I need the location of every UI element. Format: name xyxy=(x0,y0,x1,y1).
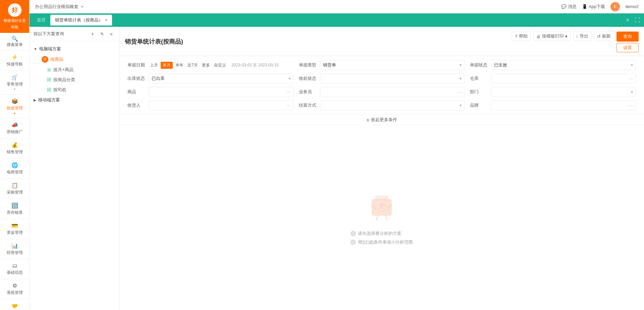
sidebar-search[interactable]: 🔍 搜索菜单 xyxy=(0,33,29,51)
warehouse-out-control[interactable]: 已出库 ▾ xyxy=(149,73,293,84)
warehouse-out-chevron[interactable]: ▾ xyxy=(288,76,290,81)
date-shortcut-last-month[interactable]: 上月 xyxy=(149,62,159,69)
warehouse-control[interactable]: ··· xyxy=(491,73,636,84)
sidebar-item-shortcut[interactable]: ⚡ 快捷导航 xyxy=(0,51,29,71)
sidebar-item-wholesale[interactable]: 📦 批发管理 ▴ xyxy=(0,95,29,118)
app-download-btn[interactable]: 📱 App下载 xyxy=(582,4,605,10)
brand-dots[interactable]: ··· xyxy=(629,103,633,108)
date-label: 单据日期 xyxy=(127,62,146,68)
sidebar-item-ecommerce[interactable]: 🌐 电商管理 xyxy=(0,159,29,179)
tab-fullscreen-btn[interactable]: ⛶ xyxy=(633,16,641,24)
arrow-down-icon: ▼ xyxy=(34,47,37,51)
collect-status-chevron[interactable]: ▾ xyxy=(460,76,462,81)
retail-label: 零售管理 xyxy=(7,82,23,87)
scheme-group-desktop-header[interactable]: ▼ 电脑端方案 xyxy=(30,44,119,54)
date-shortcut-custom[interactable]: 自定义 xyxy=(213,62,227,69)
sidebar-item-system[interactable]: ⚙ 系统管理 xyxy=(0,279,29,299)
empty-tip-row-2: 2 用[过滤]条件来缩小分析范围 xyxy=(351,238,413,247)
salesman-label: 业务员 xyxy=(299,89,317,95)
sidebar-item-basic[interactable]: 🗂 基础信息 xyxy=(0,259,29,279)
shortcut-label: 快捷导航 xyxy=(7,61,23,67)
doc-status-chevron[interactable]: ▾ xyxy=(631,63,633,67)
scheme-item-goods-category[interactable]: 回 按商品分类 xyxy=(30,75,119,85)
topbar-right: 💬 消息 📱 App下载 E demo2 xyxy=(561,2,639,11)
tab-close-all-btn[interactable]: × xyxy=(625,16,631,24)
sidebar-item-retail[interactable]: 🛒 零售管理 ▾ xyxy=(0,71,29,95)
refresh-btn[interactable]: ↺ 刷新 xyxy=(594,32,614,41)
sidebar-item-purchase[interactable]: 📋 采购管理 xyxy=(0,179,29,199)
sidebar-item-marketing[interactable]: 📣 营销推广 xyxy=(0,118,29,139)
collapse-label: 收起更多条件 xyxy=(371,117,397,123)
sidebar-item-finance[interactable]: 💳 资金管理 xyxy=(0,219,29,239)
sidebar-item-operations[interactable]: 📊 经营管理 xyxy=(0,239,29,259)
filter-salesman: 业务员 ··· xyxy=(296,87,468,97)
finance-label: 资金管理 xyxy=(7,230,23,236)
doc-type-control[interactable]: 销货单 ▾ xyxy=(320,60,465,70)
logo-icon: 好 xyxy=(8,3,21,17)
department-control[interactable]: ▾ xyxy=(491,87,636,97)
goods-control[interactable]: ··· xyxy=(149,87,293,97)
refresh-label: 刷新 xyxy=(602,33,611,39)
settlement-control[interactable]: ▾ xyxy=(320,100,465,110)
salesman-control[interactable]: ··· xyxy=(320,87,465,97)
settings-button[interactable]: 设置 xyxy=(616,43,639,52)
brand-control[interactable]: ··· xyxy=(491,100,636,110)
date-shortcut-more[interactable]: 更多 xyxy=(201,62,211,69)
salesman-dots[interactable]: ··· xyxy=(458,89,462,95)
date-shortcut-this-month[interactable]: 本月 xyxy=(161,62,173,69)
filter-brand: 品牌 ··· xyxy=(467,100,639,110)
consignee-dots[interactable]: ··· xyxy=(286,103,290,108)
app-logo[interactable]: 好 畅捷通好生意 标版 xyxy=(0,0,29,33)
print-dropdown-icon[interactable]: ▾ xyxy=(565,34,568,39)
industry-dropdown-icon[interactable]: ▾ xyxy=(81,4,84,9)
print-icon: 🖨 xyxy=(536,34,541,39)
tab-close-icon[interactable]: × xyxy=(105,18,107,22)
goods-dots[interactable]: ··· xyxy=(286,89,290,95)
purchase-icon: 📋 xyxy=(11,182,18,189)
settlement-chevron[interactable]: ▾ xyxy=(460,103,462,108)
tab-home-label: 首页 xyxy=(37,17,46,23)
help-icon: ? xyxy=(515,34,517,39)
warehouse-dots[interactable]: ··· xyxy=(629,76,633,81)
query-button[interactable]: 查询 xyxy=(616,32,639,42)
right-panel: 销货单统计表(按商品) ? 帮助 🖨 按模板打印 ▾ xyxy=(119,27,644,310)
date-shortcut-7days[interactable]: 近7天 xyxy=(186,62,199,69)
collapse-bar[interactable]: ∧ 收起更多条件 xyxy=(119,114,644,125)
doc-type-label: 单据类型 xyxy=(299,62,317,68)
warehouse-label: 仓库 xyxy=(470,75,488,82)
date-shortcut-this-year[interactable]: 本年 xyxy=(174,62,185,69)
message-btn[interactable]: 💬 消息 xyxy=(561,4,577,10)
page-right-actions: ? 帮助 🖨 按模板打印 ▾ ↑ 导出 xyxy=(512,31,639,52)
tab-home[interactable]: 首页 xyxy=(32,15,50,25)
export-btn[interactable]: ↑ 导出 xyxy=(573,32,592,41)
doc-status-control[interactable]: 已生效 ▾ xyxy=(491,60,636,70)
sidebar-item-inventory[interactable]: 🔢 库存核算 xyxy=(0,199,29,219)
scheme-group-mobile-header[interactable]: ▶ 移动端方案 xyxy=(30,95,119,105)
empty-tip-2: 用[过滤]条件来缩小分析范围 xyxy=(358,238,413,247)
sidebar-item-enterprise[interactable]: 🤝 企业协同 xyxy=(0,299,29,310)
department-chevron[interactable]: ▾ xyxy=(631,90,633,94)
tabbar: 首页 销货单统计表（按商品） × × ⛶ xyxy=(30,13,644,27)
scheme-item-driver[interactable]: 回 按司机 xyxy=(30,85,119,95)
scheme-item-by-goods[interactable]: 按 按商品 xyxy=(30,54,119,65)
print-btn[interactable]: 🖨 按模板打印 ▾ xyxy=(533,32,571,41)
help-btn[interactable]: ? 帮助 xyxy=(512,32,530,41)
scheme-add-btn[interactable]: + xyxy=(89,30,96,38)
doc-type-chevron[interactable]: ▾ xyxy=(460,63,462,67)
operations-label: 经营管理 xyxy=(7,250,23,256)
content-area: 按以下方案查询 + ✎ « ▼ xyxy=(30,27,644,310)
search-label: 搜索菜单 xyxy=(7,42,23,48)
scheme-item-month-goods[interactable]: ㊙ 按月+商品 xyxy=(30,65,119,75)
tab-active[interactable]: 销货单统计表（按商品） × xyxy=(50,15,112,25)
filter-doc-status: 单据状态 已生效 ▾ xyxy=(467,60,639,70)
scheme-sub-icon-3: 回 xyxy=(47,87,51,93)
consignee-control[interactable]: ··· xyxy=(149,100,293,110)
message-label: 消息 xyxy=(568,4,577,10)
scheme-list: ▼ 电脑端方案 按 按商品 ㊙ 按月+商品 回 按商品分类 xyxy=(30,41,119,108)
scheme-collapse-btn[interactable]: « xyxy=(108,30,115,38)
avatar[interactable]: E xyxy=(610,2,620,11)
sidebar-item-sales[interactable]: 💰 销售管理 xyxy=(0,139,29,159)
scheme-edit-btn[interactable]: ✎ xyxy=(98,30,106,38)
collect-status-control[interactable]: ▾ xyxy=(320,73,465,84)
scheme-item-goods-category-label: 按商品分类 xyxy=(53,77,75,83)
